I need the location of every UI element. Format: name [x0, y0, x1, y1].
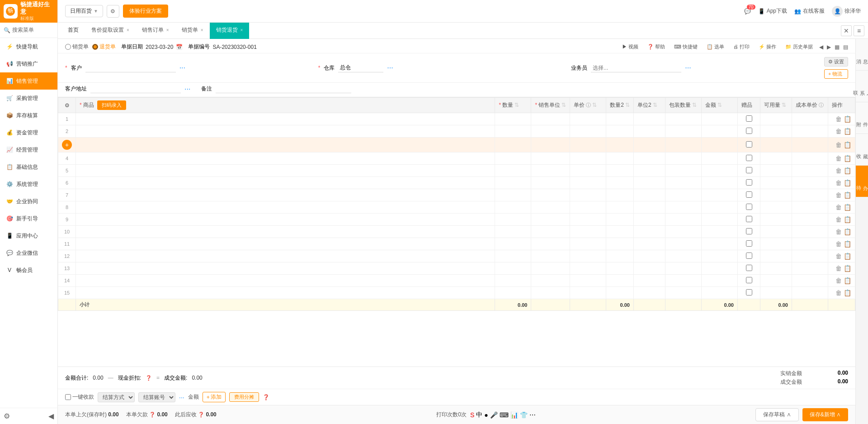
sidebar-item-enterprise[interactable]: 🤝 企业协同	[0, 193, 57, 210]
account-select[interactable]: 结算账号	[138, 392, 175, 402]
video-btn[interactable]: ▶ 视频	[619, 43, 641, 51]
delete-row-2-icon[interactable]: 🗑	[835, 128, 842, 135]
shortcut-btn[interactable]: ⌨ 快捷键	[671, 43, 700, 51]
copy-row-13-icon[interactable]: 📋	[844, 265, 851, 272]
delete-row-5-icon[interactable]: 🗑	[835, 167, 842, 174]
calendar-icon[interactable]: 📅	[176, 44, 183, 50]
amount-cell-2[interactable]	[702, 125, 738, 138]
copy-row-12-icon[interactable]: 📋	[844, 252, 851, 260]
copy-row-1-icon[interactable]: 📋	[844, 115, 851, 123]
gift-checkbox-10[interactable]	[746, 228, 752, 234]
should-receive-help-icon[interactable]: ❓	[198, 412, 204, 417]
remark-input[interactable]	[216, 85, 351, 93]
unit-sort-icon[interactable]: ⇅	[561, 102, 566, 108]
copy-row-2-icon[interactable]: 📋	[844, 128, 851, 135]
goods-input-3[interactable]	[80, 142, 491, 148]
available-cell-1[interactable]	[760, 113, 792, 125]
app-download-button[interactable]: 📱 App下载	[758, 7, 787, 15]
sidebar-item-basic[interactable]: 📋 基础信息	[0, 158, 57, 176]
save-draft-button[interactable]: 保存草稿 ∧	[755, 408, 798, 421]
unit-cell-1[interactable]	[531, 113, 570, 125]
price-cell-2[interactable]	[570, 125, 606, 138]
goods-cell-3[interactable]	[76, 138, 495, 152]
delete-row-8-icon[interactable]: 🗑	[835, 204, 842, 211]
add-row-button[interactable]: +	[62, 140, 72, 150]
close-all-tabs-button[interactable]: ✕	[841, 25, 852, 36]
save-new-button[interactable]: 保存&新增 ∧	[802, 408, 848, 421]
radio-sale[interactable]: 销货单	[65, 43, 89, 51]
copy-row-14-icon[interactable]: 📋	[844, 277, 851, 284]
online-service-button[interactable]: 👥 在线客服	[794, 7, 825, 15]
close-sales-icon[interactable]: ×	[201, 28, 203, 33]
gift-checkbox-13[interactable]	[746, 265, 752, 271]
gift-checkbox-9[interactable]	[746, 216, 752, 222]
cost-cell-1[interactable]	[792, 113, 828, 125]
experience-button[interactable]: 体验行业方案	[123, 5, 168, 18]
salesperson-input[interactable]	[591, 64, 681, 72]
help-btn[interactable]: ❓ 帮助	[645, 43, 668, 51]
warehouse-input[interactable]	[338, 64, 383, 72]
qty2-cell-3[interactable]	[606, 138, 634, 152]
copy-row-10-icon[interactable]: 📋	[844, 228, 851, 235]
doc-debt-help-icon[interactable]: ❓	[149, 412, 156, 417]
price-info-icon[interactable]: ⓘ	[586, 102, 591, 108]
delete-row-11-icon[interactable]: 🗑	[835, 240, 842, 248]
close-return-icon[interactable]: ×	[241, 28, 243, 33]
delete-row-3-icon[interactable]: 🗑	[835, 141, 842, 148]
gift-checkbox-3[interactable]	[746, 141, 752, 148]
sidebar-item-finance[interactable]: 💰 资金管理	[0, 124, 57, 141]
gift-checkbox-15[interactable]	[746, 289, 752, 295]
gift-checkbox-2[interactable]	[746, 128, 752, 134]
user-profile[interactable]: 👤 徐泽华	[832, 6, 861, 17]
address-input[interactable]	[90, 85, 181, 93]
discount-help-icon[interactable]: ❓	[146, 375, 152, 381]
split-button[interactable]: 费用分摊	[229, 392, 259, 402]
available-cell-3[interactable]	[760, 138, 792, 152]
cost-cell-3[interactable]	[792, 138, 828, 152]
logistics-button[interactable]: + 物流	[824, 69, 848, 79]
sidebar-item-wechat[interactable]: 💬 企业微信	[0, 244, 57, 262]
copy-row-15-icon[interactable]: 📋	[844, 289, 851, 296]
delete-row-14-icon[interactable]: 🗑	[835, 277, 842, 284]
delete-row-15-icon[interactable]: 🗑	[835, 289, 842, 296]
sidebar-item-operation[interactable]: 📈 经营管理	[0, 141, 57, 158]
close-price-extract-icon[interactable]: ×	[127, 28, 129, 33]
qty-input-1[interactable]	[499, 116, 527, 122]
tab-sales[interactable]: 销货单 ×	[175, 23, 210, 39]
delete-row-13-icon[interactable]: 🗑	[835, 265, 842, 272]
operation-btn[interactable]: ⚡ 操作	[756, 43, 779, 51]
delete-row-4-icon[interactable]: 🗑	[835, 155, 842, 162]
sidebar-item-member[interactable]: V 畅会员	[0, 262, 57, 279]
radio-return-input[interactable]	[92, 44, 98, 50]
cost-cell-2[interactable]	[792, 125, 828, 138]
copy-row-11-icon[interactable]: 📋	[844, 240, 851, 248]
right-panel-contacts[interactable]: 联系人	[856, 71, 868, 102]
unit2-cell-2[interactable]	[634, 125, 665, 138]
salesperson-more-icon[interactable]: ···	[685, 64, 691, 72]
gift-checkbox-1[interactable]	[746, 115, 752, 122]
pack-cell-1[interactable]	[665, 113, 702, 125]
one-click-checkbox[interactable]	[65, 394, 71, 400]
message-button[interactable]: 💬 70	[744, 8, 751, 14]
copy-row-7-icon[interactable]: 📋	[844, 191, 851, 199]
available-sort-icon[interactable]: ⇅	[782, 102, 786, 108]
pack-sort-icon[interactable]: ⇅	[692, 102, 697, 108]
topbar-gear-button[interactable]: ⚙	[107, 5, 119, 18]
unit2-cell-1[interactable]	[634, 113, 665, 125]
history-btn[interactable]: 📁 历史单据	[783, 43, 816, 51]
print-btn[interactable]: 🖨 打印	[731, 43, 752, 51]
gift-checkbox-12[interactable]	[746, 252, 752, 259]
copy-row-6-icon[interactable]: 📋	[844, 179, 851, 186]
qty2-sort-icon[interactable]: ⇅	[625, 102, 630, 108]
available-cell-2[interactable]	[760, 125, 792, 138]
radio-sale-input[interactable]	[65, 44, 71, 50]
next-doc-icon[interactable]: ▶	[827, 44, 831, 50]
price-cell-1[interactable]	[570, 113, 606, 125]
pack-cell-2[interactable]	[665, 125, 702, 138]
gift-checkbox-8[interactable]	[746, 204, 752, 210]
price-input-1[interactable]	[574, 116, 602, 122]
tab-sales-order[interactable]: 销售订单 ×	[136, 23, 175, 39]
pack-cell-3[interactable]	[665, 138, 702, 152]
delete-row-10-icon[interactable]: 🗑	[835, 228, 842, 235]
customer-input[interactable]	[85, 64, 176, 72]
